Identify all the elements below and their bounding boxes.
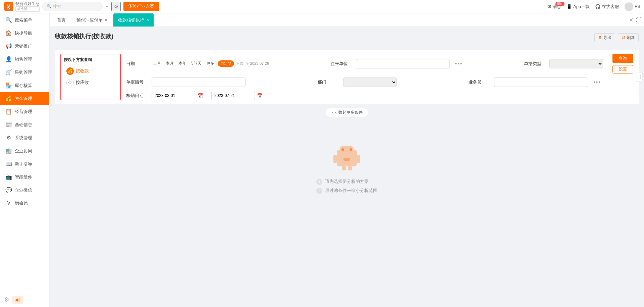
writeoff-start-cal-icon[interactable]: 📅 bbox=[197, 93, 203, 98]
finance-icon: 💰 bbox=[5, 95, 12, 102]
step-1-text: 请先选择要分析的方案 bbox=[325, 178, 369, 185]
svg-rect-5 bbox=[333, 155, 337, 163]
user-area[interactable]: Rit bbox=[625, 2, 640, 11]
receipt-icon: 💰 bbox=[66, 67, 74, 75]
date-btn-thismonth[interactable]: 本月 bbox=[164, 60, 175, 67]
tab-home[interactable]: 首页 bbox=[52, 13, 70, 27]
sidebar-item-guide[interactable]: 📖新手引导 bbox=[0, 157, 49, 170]
refresh-button[interactable]: ↺ 刷新 bbox=[618, 33, 639, 42]
sidebar-item-search[interactable]: 🔍搜索菜单 bbox=[0, 13, 49, 27]
tab-home-label: 首页 bbox=[57, 17, 66, 23]
tab-close-all-button[interactable]: ✕ bbox=[629, 17, 633, 23]
svg-point-3 bbox=[350, 148, 352, 151]
sidebar-item-label-inventory: 库存核算 bbox=[15, 83, 32, 89]
sidebar-collapse-button[interactable]: ◀‖ bbox=[12, 296, 23, 304]
search-bar: 🔍 搜索 bbox=[42, 2, 103, 11]
filter-row-3: 核销日期 📅 — 📅 bbox=[126, 91, 633, 100]
collapse-more-button[interactable]: ∧∧ 收起更多条件 bbox=[326, 108, 368, 117]
date-btn-custom[interactable]: 自定义 bbox=[218, 60, 234, 67]
date-no-limit: 不限 bbox=[236, 61, 244, 66]
writeoff-date-label: 核销日期 bbox=[126, 93, 146, 99]
writeoff-date-range: 📅 — 📅 bbox=[152, 91, 263, 100]
sidebar-item-label-hardware: 智能硬件 bbox=[15, 174, 32, 180]
collapse-more-bar: ∧∧ 收起更多条件 bbox=[55, 108, 639, 117]
tab-receipt[interactable]: 收款核销执行 ✕ bbox=[113, 13, 154, 27]
tab-receipt-close-icon[interactable]: ✕ bbox=[146, 18, 149, 22]
step-2-text: 用过滤条件来缩小分析范围 bbox=[325, 188, 377, 194]
search-icon: 🔍 bbox=[5, 17, 12, 23]
sidebar-item-business[interactable]: 📋经营管理 bbox=[0, 105, 49, 118]
content-area: 首页 预付冲应付单 ✕ 收款核销执行 ✕ ✕ ⛶ 收款核销执行(按收款) bbox=[50, 13, 644, 307]
svg-rect-6 bbox=[357, 155, 360, 163]
tab-actions: ✕ ⛶ bbox=[629, 17, 641, 23]
sidebar-item-finance[interactable]: 💰资金管理 bbox=[0, 92, 49, 105]
sidebar-item-sales[interactable]: 👤销售管理 bbox=[0, 53, 49, 66]
sidebar-item-inventory[interactable]: 🏪库存核算 bbox=[0, 79, 49, 92]
query-button[interactable]: 查询 bbox=[612, 54, 633, 63]
sidebar-item-marketing[interactable]: 📢营销推广 bbox=[0, 40, 49, 53]
voucher-type-select[interactable] bbox=[549, 59, 603, 68]
sidebar-item-collab[interactable]: 🏢企业协同 bbox=[0, 144, 49, 157]
sidebar-item-label-basicinfo: 基础信息 bbox=[15, 122, 32, 128]
voucher-no-input[interactable] bbox=[152, 78, 246, 87]
tab-prepay-close-icon[interactable]: ✕ bbox=[105, 18, 107, 22]
salesperson-label: 业务员 bbox=[469, 79, 489, 85]
filter-panel-title: 按以下方案查询 bbox=[64, 57, 117, 63]
salesperson-input[interactable] bbox=[494, 78, 588, 87]
sidebar-item-label-business: 经营管理 bbox=[15, 109, 32, 115]
sidebar-item-label-system: 系统管理 bbox=[15, 135, 32, 141]
date-btn-lastmonth[interactable]: 上月 bbox=[152, 60, 162, 67]
writeoff-end-input[interactable] bbox=[211, 91, 255, 100]
date-btn-thisyear[interactable]: 本年 bbox=[177, 60, 188, 67]
filter-option-by-receipt[interactable]: 💰 按收款 bbox=[64, 65, 117, 77]
filter-option-receivable-label: 按应收 bbox=[76, 80, 89, 86]
settings-button[interactable]: 设置 bbox=[612, 65, 633, 73]
sidebar-item-label-member: 畅会员 bbox=[15, 200, 28, 206]
dept-select[interactable] bbox=[343, 78, 397, 87]
sidebar-item-basicinfo[interactable]: 📰基础信息 bbox=[0, 118, 49, 131]
settings-icon[interactable]: ⚙ bbox=[4, 296, 9, 303]
chevron-down-icon[interactable]: ▼ bbox=[105, 5, 109, 8]
empty-illustration bbox=[330, 140, 364, 173]
salesperson-dots-icon[interactable]: ••• bbox=[593, 79, 601, 85]
sidebar-item-hardware[interactable]: 📺智能硬件 bbox=[0, 170, 49, 184]
filter-row-1: 日期 上月 本月 本年 近7天 更多 自定义 不限 至 2023-07-26 bbox=[126, 54, 633, 73]
page-content: 收款核销执行(按收款) ⬆ 导出 ↺ 刷新 按以下方案查询 bbox=[50, 27, 644, 307]
basicinfo-icon: 📰 bbox=[5, 121, 12, 128]
counterparty-input[interactable] bbox=[356, 59, 450, 68]
tab-bar: 首页 预付冲应付单 ✕ 收款核销执行 ✕ ✕ ⛶ bbox=[50, 13, 644, 27]
sidebar-item-system[interactable]: ⚙系统管理 bbox=[0, 131, 49, 144]
writeoff-start-input[interactable] bbox=[152, 91, 195, 100]
filter-right-panel: 日期 上月 本月 本年 近7天 更多 自定义 不限 至 2023-07-26 bbox=[126, 54, 633, 100]
customer-service-btn[interactable]: 🎧 在线客服 bbox=[595, 4, 619, 10]
sidebar-item-purchase[interactable]: 🛒采购管理 bbox=[0, 66, 49, 79]
inventory-icon: 🏪 bbox=[5, 82, 12, 89]
collab-icon: 🏢 bbox=[5, 148, 12, 154]
sidebar-item-quicknav[interactable]: 🏠快捷导航 bbox=[0, 27, 49, 40]
app-icon: 📱 bbox=[567, 4, 572, 9]
app-download-btn[interactable]: 📱 App下载 bbox=[567, 4, 590, 10]
tab-expand-button[interactable]: ⛶ bbox=[636, 17, 641, 23]
writeoff-end-cal-icon[interactable]: 📅 bbox=[257, 93, 263, 98]
username: Rit bbox=[635, 4, 640, 9]
sidebar-item-member[interactable]: V畅会员 bbox=[0, 197, 49, 209]
sidebar-item-wechat[interactable]: 💬企业微信 bbox=[0, 184, 49, 197]
export-button[interactable]: ⬆ 导出 bbox=[594, 33, 615, 42]
counterparty-dots-icon[interactable]: ••• bbox=[455, 61, 463, 67]
promo-button[interactable]: 体验行业方案 bbox=[123, 2, 159, 11]
filter-option-by-receivable[interactable]: ⏱ 按应收 bbox=[64, 77, 117, 88]
tab-prepay[interactable]: 预付冲应付单 ✕ bbox=[72, 13, 112, 27]
service-label: 在线客服 bbox=[602, 4, 619, 10]
message-btn[interactable]: ✉ 消息 99+ bbox=[547, 4, 561, 10]
date-btn-7days[interactable]: 近7天 bbox=[190, 60, 203, 67]
wechat-icon: 💬 bbox=[5, 187, 12, 193]
gear-button[interactable]: ⚙ bbox=[111, 2, 121, 11]
marketing-icon: 📢 bbox=[5, 43, 12, 49]
business-icon: 📋 bbox=[5, 108, 12, 115]
dept-label: 部门 bbox=[318, 79, 338, 85]
date-btn-more[interactable]: 更多 bbox=[205, 60, 216, 67]
collapse-label: 收起更多条件 bbox=[338, 110, 363, 115]
empty-step-1: 1 请先选择要分析的方案 bbox=[316, 178, 377, 185]
export-label: 导出 bbox=[603, 35, 611, 41]
filter-collapse-icon[interactable]: 《 bbox=[636, 72, 643, 82]
